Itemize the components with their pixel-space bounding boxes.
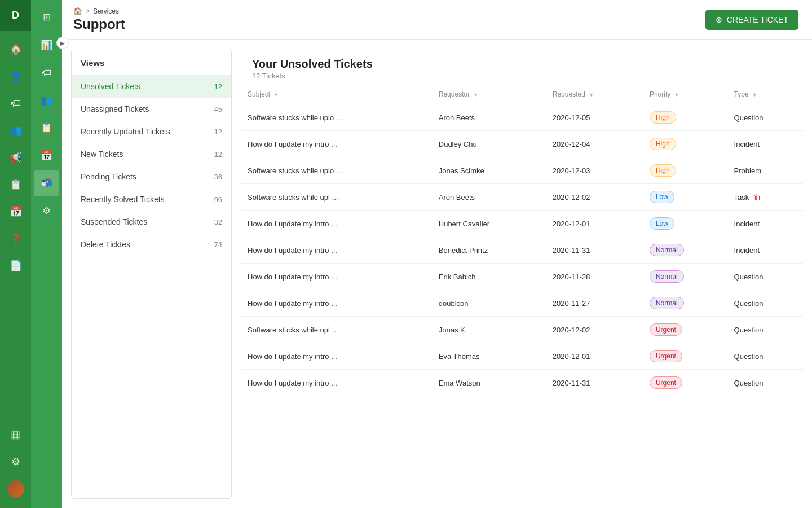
home-breadcrumb-icon[interactable]: 🏠 <box>73 7 82 15</box>
settings-bottom-icon[interactable]: ⚙ <box>0 448 31 475</box>
delete-icon[interactable]: 🗑 <box>753 192 761 202</box>
ss-stats-icon[interactable]: 📊 <box>34 32 59 58</box>
ss-settings-icon[interactable]: ⚙ <box>34 198 59 224</box>
view-item-recently-solved[interactable]: Recently Solved Tickets 96 <box>72 188 231 211</box>
ss-inbox-icon[interactable]: 📬 <box>34 170 59 196</box>
col-subject[interactable]: Subject ▼ <box>241 85 432 104</box>
table-row[interactable]: How do I update my intro ... Hubert Cava… <box>241 211 803 237</box>
priority-badge: Normal <box>650 297 684 309</box>
view-item-unassigned-count: 45 <box>214 105 222 113</box>
view-item-pending[interactable]: Pending Tickets 36 <box>72 165 231 188</box>
ticket-subject[interactable]: Software stucks while upl ... <box>241 317 432 343</box>
create-ticket-button[interactable]: ⊕ CREATE TICKET <box>705 10 798 30</box>
priority-badge: Normal <box>650 270 684 283</box>
views-title: Views <box>72 49 231 75</box>
ticket-requested: 2020-11-31 <box>546 370 643 396</box>
reports-nav-icon[interactable]: 📋 <box>0 171 31 198</box>
ticket-subject[interactable]: How do I update my intro ... <box>241 290 432 317</box>
col-requestor[interactable]: Requestor ▼ <box>432 85 546 104</box>
col-requested[interactable]: Requested ▼ <box>546 85 643 104</box>
table-row[interactable]: How do I update my intro ... doublcon 20… <box>241 290 803 317</box>
ticket-subject[interactable]: How do I update my intro ... <box>241 370 432 396</box>
ss-cal-icon[interactable]: 📅 <box>34 143 59 168</box>
ticket-subject[interactable]: How do I update my intro ... <box>241 211 432 237</box>
ss-list-icon[interactable]: 📋 <box>34 115 59 141</box>
user-nav-icon[interactable]: 👤 <box>0 63 31 90</box>
table-row[interactable]: Software stucks while uplo ... Jonas Sci… <box>241 157 803 184</box>
dashboard-nav-icon[interactable]: 🏠 <box>0 36 31 63</box>
ticket-subject[interactable]: How do I update my intro ... <box>241 237 432 264</box>
grid-bottom-icon[interactable]: ▦ <box>0 421 31 448</box>
table-row[interactable]: How do I update my intro ... Eva Thomas … <box>241 343 803 370</box>
priority-badge: Urgent <box>650 350 682 362</box>
view-item-unassigned[interactable]: Unassigned Tickets 45 <box>72 98 231 120</box>
view-item-recently-updated-count: 12 <box>214 128 222 136</box>
table-row[interactable]: Software stucks while uplo ... Aron Beet… <box>241 104 803 131</box>
priority-badge: High <box>650 164 676 177</box>
view-item-delete[interactable]: Delete Ticktes 74 <box>72 233 231 256</box>
type-cell: Task 🗑 <box>734 192 796 202</box>
view-item-delete-label: Delete Ticktes <box>81 240 130 249</box>
ticket-subject[interactable]: How do I update my intro ... <box>241 131 432 157</box>
col-type[interactable]: Type ▼ <box>727 85 803 104</box>
view-item-pending-count: 36 <box>214 173 222 181</box>
app-logo[interactable]: D <box>0 0 31 31</box>
ticket-subject[interactable]: Software stucks while uplo ... <box>241 157 432 184</box>
breadcrumb-parent[interactable]: Services <box>93 7 119 15</box>
view-item-recently-solved-count: 96 <box>214 195 222 204</box>
view-item-unsolved[interactable]: Unsolved Tickets 12 <box>72 75 231 98</box>
tag-nav-icon[interactable]: 🏷 <box>0 90 31 117</box>
ticket-requestor: Jonas Scimke <box>432 157 546 184</box>
view-item-suspended[interactable]: Suspended Ticktes 32 <box>72 211 231 233</box>
create-ticket-label: CREATE TICKET <box>727 15 788 24</box>
view-item-suspended-label: Suspended Ticktes <box>81 217 147 226</box>
table-row[interactable]: How do I update my intro ... Benedict Pr… <box>241 237 803 264</box>
ss-label-icon[interactable]: 🏷 <box>34 60 59 85</box>
contacts-nav-icon[interactable]: 👥 <box>0 117 31 144</box>
collapse-button[interactable]: ▶ <box>56 37 69 49</box>
docs-nav-icon[interactable]: 📄 <box>0 252 31 279</box>
ticket-subject[interactable]: Software stucks while upl ... <box>241 184 432 211</box>
table-row[interactable]: Software stucks while upl ... Jonas K. 2… <box>241 317 803 343</box>
ticket-priority: High <box>643 131 727 157</box>
icon-bar: D 🏠 👤 🏷 👥 📢 📋 📅 ❓ 📄 ▦ ⚙ <box>0 0 31 508</box>
priority-badge: Normal <box>650 244 684 256</box>
ticket-requested: 2020-11-28 <box>546 264 643 290</box>
ss-team-icon[interactable]: 👥 <box>34 87 59 113</box>
ticket-type: Question <box>727 104 803 131</box>
help-nav-icon[interactable]: ❓ <box>0 225 31 252</box>
view-item-new[interactable]: New Tickets 12 <box>72 143 231 165</box>
ticket-subject[interactable]: How do I update my intro ... <box>241 343 432 370</box>
requestor-sort-icon: ▼ <box>473 92 478 98</box>
ticket-type: Incident <box>727 237 803 264</box>
priority-badge: High <box>650 138 676 150</box>
table-row[interactable]: How do I update my intro ... Ema Watson … <box>241 370 803 396</box>
ticket-requestor: Hubert Cavalier <box>432 211 546 237</box>
table-row[interactable]: Software stucks while upl ... Aron Beets… <box>241 184 803 211</box>
avatar-bottom[interactable] <box>0 475 31 502</box>
calendar-nav-icon[interactable]: 📅 <box>0 198 31 225</box>
table-row[interactable]: How do I update my intro ... Erik Babich… <box>241 264 803 290</box>
ticket-subject[interactable]: Software stucks while uplo ... <box>241 104 432 131</box>
type-cell: Problem <box>734 167 796 175</box>
col-priority[interactable]: Priority ▼ <box>643 85 727 104</box>
ticket-requestor: Benedict Printz <box>432 237 546 264</box>
ticket-subject[interactable]: How do I update my intro ... <box>241 264 432 290</box>
ticket-requestor: Ema Watson <box>432 370 546 396</box>
table-row[interactable]: How do I update my intro ... Dudley Chu … <box>241 131 803 157</box>
view-item-recently-updated[interactable]: Recently Updated Tickets 12 <box>72 120 231 143</box>
type-cell: Question <box>734 326 796 334</box>
ticket-type: Task 🗑 <box>727 184 803 211</box>
view-item-unsolved-label: Unsolved Tickets <box>81 82 140 91</box>
ticket-priority: High <box>643 157 727 184</box>
ss-dashboard-icon[interactable]: ⊞ <box>34 5 59 30</box>
ticket-priority: Urgent <box>643 343 727 370</box>
content-body: Views Unsolved Tickets 12 Unassigned Tic… <box>62 40 812 508</box>
tickets-panel: Your Unsolved Tickets 12 Tickets Subject… <box>241 49 803 499</box>
announce-nav-icon[interactable]: 📢 <box>0 144 31 171</box>
breadcrumb-area: 🏠 > Services Support <box>73 7 125 32</box>
ticket-type: Problem <box>727 157 803 184</box>
view-item-new-label: New Tickets <box>81 150 123 159</box>
ticket-requested: 2020-11-31 <box>546 237 643 264</box>
ticket-priority: High <box>643 104 727 131</box>
